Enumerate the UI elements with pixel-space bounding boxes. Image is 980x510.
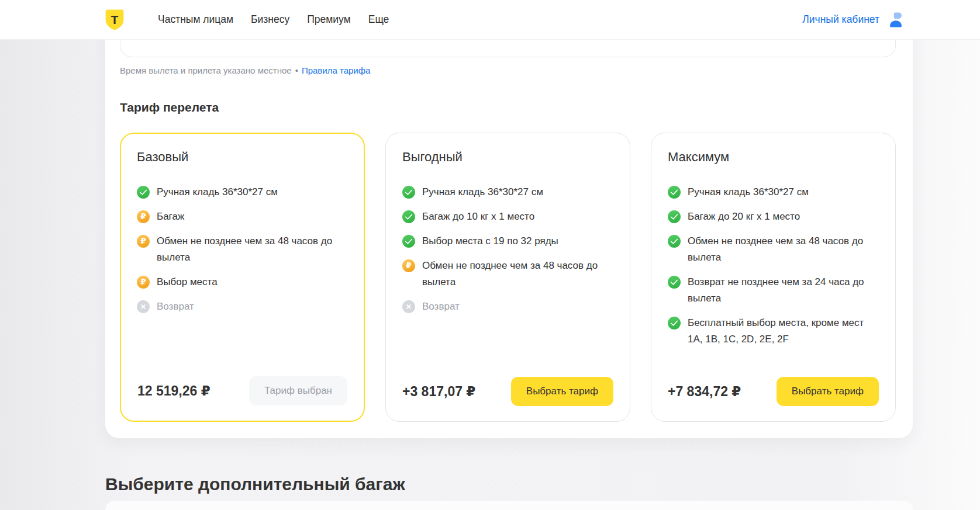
feature-item: Возврат: [137, 299, 348, 315]
select-tariff-button[interactable]: Выбрать тариф: [511, 377, 613, 406]
feature-text: Багаж до 20 кг x 1 место: [688, 209, 800, 225]
feature-item: Возврат не позднее чем за 24 часа до выл…: [668, 274, 879, 307]
ruble-icon: [137, 210, 150, 223]
feature-item: Ручная кладь 36*30*27 см: [137, 184, 348, 200]
feature-list: Ручная кладь 36*30*27 см Багаж до 10 кг …: [402, 184, 613, 315]
svg-text:T: T: [111, 12, 119, 26]
price-row: 12 519,26 ₽ Тариф выбран: [137, 376, 347, 405]
ruble-icon: [137, 235, 150, 248]
feature-text: Багаж до 10 кг x 1 место: [422, 209, 534, 225]
personal-account-link[interactable]: Личный кабинет: [802, 13, 879, 26]
checkmark-icon: [668, 235, 681, 248]
tariff-name: Выгодный: [402, 149, 613, 165]
fare-rules-link[interactable]: Правила тарифа: [302, 65, 371, 75]
feature-item: Возврат: [402, 299, 613, 315]
timezone-notice: Время вылета и прилета указано местное•П…: [120, 65, 370, 75]
tariff-card-profitable[interactable]: Выгодный Ручная кладь 36*30*27 см Багаж …: [385, 133, 630, 422]
flight-booking-panel: Время вылета и прилета указано местное•П…: [105, 0, 913, 438]
nav-item-private[interactable]: Частным лицам: [158, 13, 233, 26]
tariff-cards-row: Базовый Ручная кладь 36*30*27 см Багаж О…: [120, 133, 896, 422]
feature-list: Ручная кладь 36*30*27 см Багаж до 20 кг …: [668, 184, 879, 348]
notice-separator: •: [295, 65, 298, 75]
ruble-icon: [137, 276, 150, 289]
checkmark-icon: [402, 235, 415, 248]
checkmark-icon: [668, 317, 681, 329]
feature-text: Выбор места: [157, 274, 218, 290]
feature-item: Обмен не позднее чем за 48 часов до выле…: [668, 233, 879, 266]
feature-item: Выбор места: [137, 274, 348, 290]
checkmark-icon: [668, 210, 681, 223]
tariff-name: Базовый: [137, 149, 348, 165]
checkmark-icon: [402, 210, 415, 223]
cross-icon: [137, 300, 150, 313]
tariff-card-basic[interactable]: Базовый Ручная кладь 36*30*27 см Багаж О…: [120, 133, 365, 422]
ruble-icon: [402, 259, 415, 272]
feature-item: Обмен не позднее чем за 48 часов до выле…: [137, 233, 348, 266]
feature-text: Обмен не позднее чем за 48 часов до выле…: [688, 233, 879, 266]
checkmark-icon: [402, 186, 415, 199]
tariff-price: 12 519,26 ₽: [137, 383, 211, 399]
timezone-notice-text: Время вылета и прилета указано местное: [120, 65, 292, 75]
select-tariff-button[interactable]: Выбрать тариф: [777, 377, 879, 406]
feature-text: Ручная кладь 36*30*27 см: [422, 184, 543, 200]
flight-info-card-bottom: [120, 40, 896, 57]
feature-item: Багаж: [137, 209, 348, 225]
feature-text: Возврат: [422, 299, 460, 315]
cross-icon: [402, 300, 415, 313]
tariff-price: +3 817,07 ₽: [402, 384, 475, 400]
feature-item: Ручная кладь 36*30*27 см: [668, 184, 879, 200]
feature-item: Ручная кладь 36*30*27 см: [402, 184, 613, 200]
feature-text: Ручная кладь 36*30*27 см: [688, 184, 809, 200]
feature-text: Выбор места с 19 по 32 ряды: [422, 233, 558, 249]
feature-text: Багаж: [157, 209, 184, 225]
feature-item: Выбор места с 19 по 32 ряды: [402, 233, 613, 249]
feature-list: Ручная кладь 36*30*27 см Багаж Обмен не …: [137, 184, 348, 315]
feature-item: Обмен не позднее чем за 48 часов до выле…: [402, 258, 613, 290]
feature-text: Обмен не позднее чем за 48 часов до выле…: [422, 258, 613, 290]
price-row: +7 834,72 ₽ Выбрать тариф: [668, 377, 879, 406]
nav-item-premium[interactable]: Премиум: [307, 13, 350, 26]
main-menu: Частным лицам Бизнесу Премиум Еще: [158, 13, 389, 26]
tariff-selected-button[interactable]: Тариф выбран: [249, 376, 347, 405]
price-row: +3 817,07 ₽ Выбрать тариф: [402, 377, 613, 406]
checkmark-icon: [137, 186, 150, 199]
nav-item-business[interactable]: Бизнесу: [251, 13, 289, 26]
feature-item: Багаж до 10 кг x 1 место: [402, 209, 613, 225]
feature-text: Возврат: [157, 299, 194, 315]
checkmark-icon: [668, 186, 681, 199]
nav-item-more[interactable]: Еще: [368, 13, 389, 26]
tariff-price: +7 834,72 ₽: [668, 384, 741, 400]
section-title: Тариф перелета: [120, 99, 219, 116]
tariff-name: Максимум: [668, 149, 879, 165]
top-navigation-bar: T Частным лицам Бизнесу Премиум Еще Личн…: [0, 0, 980, 40]
person-icon[interactable]: [888, 12, 903, 27]
tariff-card-maximum[interactable]: Максимум Ручная кладь 36*30*27 см Багаж …: [651, 133, 896, 422]
feature-item: Бесплатный выбор места, кроме мест 1A, 1…: [668, 315, 879, 348]
baggage-section-title: Выберите дополнительный багаж: [105, 473, 405, 495]
feature-text: Бесплатный выбор места, кроме мест 1A, 1…: [688, 315, 879, 348]
feature-item: Багаж до 20 кг x 1 место: [668, 209, 879, 225]
feature-text: Возврат не позднее чем за 24 часа до выл…: [688, 274, 879, 307]
feature-text: Обмен не позднее чем за 48 часов до выле…: [157, 233, 348, 266]
tbank-logo-icon[interactable]: T: [104, 9, 125, 31]
account-area: Личный кабинет: [802, 12, 903, 27]
baggage-panel-top: [105, 501, 913, 510]
checkmark-icon: [668, 276, 681, 289]
feature-text: Ручная кладь 36*30*27 см: [157, 184, 278, 200]
